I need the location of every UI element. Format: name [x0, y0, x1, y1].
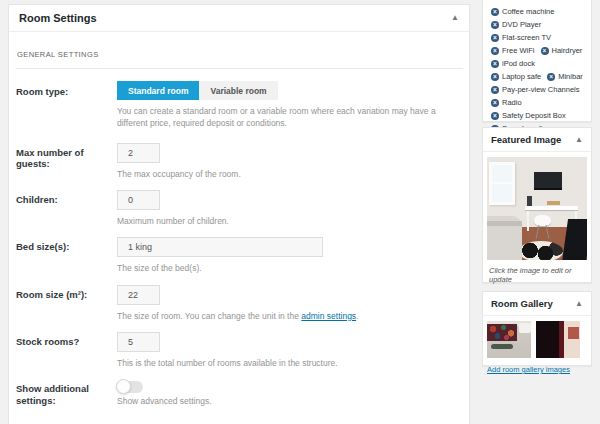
tag-item: ×Minibar — [547, 71, 583, 83]
field-stock-rooms: Stock rooms? This is the total number of… — [16, 331, 463, 369]
additional-settings-label: Show additional settings: — [16, 378, 117, 407]
additional-settings-description: Show advanced settings. — [117, 395, 447, 407]
featured-image-panel: Featured Image ▲ Click the image to edit… — [482, 127, 592, 283]
field-max-guests: Max number of guests: The max occupancy … — [16, 142, 463, 180]
tag-label: Pay-per-view Channels — [502, 84, 580, 96]
room-settings-body: GENERAL SETTINGS Room type: Standard roo… — [9, 32, 469, 424]
tag-label: Laptop safe — [502, 71, 541, 83]
collapse-arrow-icon[interactable]: ▲ — [451, 14, 459, 22]
scene-building-view — [568, 327, 579, 340]
field-room-size: Room size (m²): The size of room. You ca… — [16, 284, 463, 322]
scene-laptop — [547, 201, 560, 205]
room-gallery-panel: Room Gallery ▲ Add room gallery images — [482, 291, 592, 366]
tag-label: Radio — [502, 97, 522, 109]
stock-rooms-description: This is the total number of rooms availa… — [117, 357, 447, 369]
featured-image[interactable] — [487, 157, 587, 260]
tag-item: ×DVD Player — [491, 19, 541, 31]
scene-bed — [487, 216, 522, 260]
stock-rooms-input[interactable] — [117, 332, 160, 352]
tag-item: ×Flat-screen TV — [491, 32, 551, 44]
scene-towel-roll — [491, 344, 514, 349]
scene-cowhide-rug — [519, 241, 563, 260]
tag-item: ×Pay-per-view Channels — [491, 84, 580, 96]
tag-item: ×Hairdryer — [541, 45, 583, 57]
scene-speaker — [527, 196, 532, 206]
scene-desk-leg — [527, 211, 529, 232]
tag-label: Flat-screen TV — [502, 32, 551, 44]
field-bed-size: Bed size(s): The size of the bed(s). — [16, 236, 463, 274]
featured-image-header[interactable]: Featured Image ▲ — [483, 128, 591, 152]
remove-tag-icon[interactable]: × — [491, 34, 499, 42]
room-size-desc-text: The size of room. You can change the uni… — [117, 311, 301, 321]
children-description: Maximum number of children. — [117, 215, 447, 227]
tag-label: Free WiFi — [502, 45, 535, 57]
room-type-standard-button[interactable]: Standard room — [117, 81, 199, 100]
stock-rooms-label: Stock rooms? — [16, 331, 117, 369]
toggle-knob — [116, 379, 131, 394]
remove-tag-icon[interactable]: × — [547, 73, 555, 81]
field-room-type: Room type: Standard room Variable room Y… — [16, 81, 463, 130]
add-gallery-images-link[interactable]: Add room gallery images — [487, 365, 570, 374]
section-general-settings: GENERAL SETTINGS — [16, 42, 463, 69]
scene-dark-curtain — [559, 321, 564, 358]
scene-tv — [534, 172, 562, 190]
gallery-thumbnails — [487, 321, 587, 358]
collapse-arrow-icon[interactable]: ▲ — [575, 136, 583, 144]
featured-image-body: Click the image to edit or update Remove… — [483, 152, 591, 314]
max-guests-label: Max number of guests: — [16, 142, 117, 180]
tag-item: ×Free WiFi — [491, 45, 535, 57]
room-facilities-tags-panel: ×Coffee machine ×DVD Player ×Flat-screen… — [482, 0, 592, 122]
collapse-arrow-icon[interactable]: ▲ — [575, 300, 583, 308]
room-size-label: Room size (m²): — [16, 284, 117, 322]
tag-label: Minibar — [558, 71, 583, 83]
scene-desk — [525, 206, 578, 210]
max-guests-description: The max occupancy of the room. — [117, 168, 447, 180]
remove-tag-icon[interactable]: × — [491, 112, 499, 120]
gallery-image-2[interactable] — [536, 321, 580, 358]
room-gallery-title: Room Gallery — [491, 298, 553, 309]
field-additional-settings: Show additional settings: Show advanced … — [16, 378, 463, 407]
remove-tag-icon[interactable]: × — [491, 73, 499, 81]
remove-tag-icon[interactable]: × — [491, 8, 499, 16]
bed-size-description: The size of the bed(s). — [117, 262, 447, 274]
tag-label: DVD Player — [502, 19, 541, 31]
remove-tag-icon[interactable]: × — [491, 99, 499, 107]
featured-image-caption: Click the image to edit or update — [489, 266, 585, 284]
scene-dark-chair — [562, 219, 587, 260]
bed-size-input[interactable] — [117, 237, 323, 257]
remove-tag-icon[interactable]: × — [491, 47, 499, 55]
field-children: Children: Maximum number of children. — [16, 189, 463, 227]
admin-settings-link[interactable]: admin settings — [301, 311, 356, 321]
room-size-input[interactable] — [117, 285, 160, 305]
tag-item: ×iPod dock — [491, 58, 535, 70]
scene-window — [489, 162, 515, 205]
remove-tag-icon[interactable]: × — [491, 60, 499, 68]
additional-settings-toggle[interactable] — [117, 381, 143, 393]
gallery-image-1[interactable] — [487, 321, 531, 358]
children-input[interactable] — [117, 190, 160, 210]
remove-tag-icon[interactable]: × — [491, 21, 499, 29]
tag-label: Hairdryer — [552, 45, 583, 57]
tag-label: iPod dock — [502, 58, 535, 70]
scene-pillow — [519, 323, 531, 333]
room-gallery-body: Add room gallery images — [483, 316, 591, 383]
scene-chair — [534, 215, 551, 226]
room-type-label: Room type: — [16, 81, 117, 130]
remove-tag-icon[interactable]: × — [491, 86, 499, 94]
tag-label: Safety Deposit Box — [502, 110, 566, 122]
tag-label: Coffee machine — [502, 6, 554, 18]
scene-floral-duvet — [487, 324, 517, 341]
room-settings-header[interactable]: Room Settings ▲ — [9, 5, 469, 32]
tag-item: ×Laptop safe — [491, 71, 541, 83]
tag-item: ×Safety Deposit Box — [491, 110, 566, 122]
room-type-variable-button[interactable]: Variable room — [199, 81, 277, 100]
room-settings-panel: Room Settings ▲ GENERAL SETTINGS Room ty… — [8, 4, 470, 424]
tag-item: ×Coffee machine — [491, 6, 554, 18]
room-size-desc-suffix: . — [356, 311, 358, 321]
room-size-description: The size of room. You can change the uni… — [117, 310, 447, 322]
remove-tag-icon[interactable]: × — [541, 47, 549, 55]
room-gallery-header[interactable]: Room Gallery ▲ — [483, 292, 591, 316]
panel-title: Room Settings — [19, 12, 97, 24]
max-guests-input[interactable] — [117, 143, 160, 163]
tag-item: ×Radio — [491, 97, 522, 109]
